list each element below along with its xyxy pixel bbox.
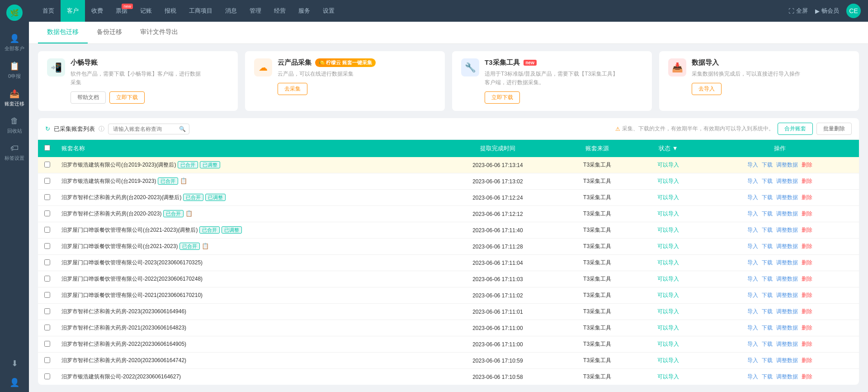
sidebar-item-trash[interactable]: 🗑 回收站: [0, 112, 29, 139]
row-action-调整数据[interactable]: 调整数据: [776, 341, 798, 347]
row-checkbox[interactable]: [44, 178, 50, 184]
row-action-删除[interactable]: 删除: [802, 178, 812, 184]
row-action-调整数据[interactable]: 调整数据: [776, 178, 798, 184]
tab-backup-migration[interactable]: 备份迁移: [88, 22, 131, 43]
row-action-下载[interactable]: 下载: [762, 162, 773, 168]
user-avatar[interactable]: CE: [846, 4, 861, 18]
row-checkbox[interactable]: [44, 357, 50, 363]
row-action-删除[interactable]: 删除: [802, 210, 812, 217]
row-checkbox[interactable]: [44, 259, 50, 265]
row-action-删除[interactable]: 删除: [802, 276, 812, 282]
row-action-删除[interactable]: 删除: [802, 259, 812, 266]
row-action-调整数据[interactable]: 调整数据: [776, 227, 798, 233]
tab-data-migration[interactable]: 数据包迁移: [38, 22, 88, 43]
row-action-下载[interactable]: 下载: [762, 194, 773, 201]
nav-message[interactable]: 消息: [219, 0, 243, 22]
batch-delete-button[interactable]: 批量删除: [816, 123, 852, 135]
sidebar-item-all-clients[interactable]: 👤 全部客户: [0, 29, 29, 57]
row-action-导入[interactable]: 导入: [747, 210, 758, 217]
nav-invoice[interactable]: 票据 new: [109, 0, 134, 22]
nav-settings[interactable]: 设置: [316, 0, 341, 22]
row-action-删除[interactable]: 删除: [802, 227, 812, 233]
row-action-导入[interactable]: 导入: [747, 292, 758, 298]
row-checkbox[interactable]: [44, 243, 50, 249]
row-action-调整数据[interactable]: 调整数据: [776, 357, 798, 363]
row-checkbox[interactable]: [44, 162, 50, 167]
select-all-checkbox[interactable]: [44, 145, 50, 151]
row-action-删除[interactable]: 删除: [802, 308, 812, 315]
row-action-调整数据[interactable]: 调整数据: [776, 210, 798, 217]
sidebar-item-zero-report[interactable]: 📋 0申报: [0, 57, 29, 84]
row-action-下载[interactable]: 下载: [762, 325, 773, 331]
row-action-删除[interactable]: 删除: [802, 292, 812, 298]
search-icon[interactable]: 🔍: [179, 126, 186, 132]
row-action-下载[interactable]: 下载: [762, 259, 773, 266]
search-input[interactable]: [113, 126, 176, 132]
row-action-导入[interactable]: 导入: [747, 178, 758, 184]
row-checkbox[interactable]: [44, 194, 50, 200]
row-checkbox[interactable]: [44, 325, 50, 330]
nav-client[interactable]: 客户: [61, 0, 85, 22]
tab-audit-export[interactable]: 审计文件导出: [131, 22, 187, 43]
row-action-导入[interactable]: 导入: [747, 308, 758, 315]
row-action-删除[interactable]: 删除: [802, 341, 812, 347]
fullscreen-button[interactable]: ⛶ 全屏: [788, 7, 808, 15]
nav-tax[interactable]: 报税: [158, 0, 183, 22]
go-collect-button[interactable]: 去采集: [278, 83, 307, 95]
row-action-调整数据[interactable]: 调整数据: [776, 276, 798, 282]
row-action-导入[interactable]: 导入: [747, 259, 758, 266]
row-action-下载[interactable]: 下载: [762, 243, 773, 249]
row-action-下载[interactable]: 下载: [762, 276, 773, 282]
nav-management[interactable]: 管理: [243, 0, 268, 22]
row-checkbox[interactable]: [44, 373, 50, 379]
row-action-下载[interactable]: 下载: [762, 308, 773, 315]
row-action-导入[interactable]: 导入: [747, 227, 758, 233]
row-action-下载[interactable]: 下载: [762, 292, 773, 298]
row-action-导入[interactable]: 导入: [747, 276, 758, 282]
row-action-下载[interactable]: 下载: [762, 357, 773, 363]
t3-download-button[interactable]: 立即下载: [485, 91, 520, 104]
nav-operation[interactable]: 经营: [268, 0, 292, 22]
col-status[interactable]: 状态 ▼: [636, 140, 701, 157]
download-now-button[interactable]: 立即下载: [109, 91, 145, 104]
row-action-导入[interactable]: 导入: [747, 325, 758, 331]
sidebar-item-tag-settings[interactable]: 🏷 标签设置: [0, 139, 29, 166]
row-action-调整数据[interactable]: 调整数据: [776, 308, 798, 315]
member-button[interactable]: ▶ 畅会员: [815, 7, 839, 15]
nav-fee[interactable]: 收费: [85, 0, 109, 22]
row-checkbox[interactable]: [44, 308, 50, 314]
row-action-导入[interactable]: 导入: [747, 162, 758, 168]
nav-service[interactable]: 服务: [292, 0, 316, 22]
row-action-调整数据[interactable]: 调整数据: [776, 259, 798, 266]
row-action-下载[interactable]: 下载: [762, 341, 773, 347]
row-action-调整数据[interactable]: 调整数据: [776, 292, 798, 298]
row-action-调整数据[interactable]: 调整数据: [776, 194, 798, 201]
row-action-导入[interactable]: 导入: [747, 373, 758, 380]
sidebar-item-download[interactable]: ⬇: [8, 354, 21, 373]
row-checkbox[interactable]: [44, 292, 50, 298]
row-action-删除[interactable]: 删除: [802, 325, 812, 331]
row-action-调整数据[interactable]: 调整数据: [776, 325, 798, 331]
row-action-导入[interactable]: 导入: [747, 341, 758, 347]
row-action-删除[interactable]: 删除: [802, 357, 812, 363]
row-checkbox[interactable]: [44, 341, 50, 347]
row-checkbox[interactable]: [44, 276, 50, 282]
row-action-调整数据[interactable]: 调整数据: [776, 243, 798, 249]
merge-accounts-button[interactable]: 合并账套: [778, 123, 813, 135]
row-action-下载[interactable]: 下载: [762, 373, 773, 380]
row-action-删除[interactable]: 删除: [802, 373, 812, 380]
row-action-删除[interactable]: 删除: [802, 243, 812, 249]
refresh-icon[interactable]: ↻: [45, 125, 50, 132]
sidebar-item-account-migration[interactable]: 📤 账套迁移: [0, 84, 29, 112]
row-checkbox[interactable]: [44, 210, 50, 216]
row-action-导入[interactable]: 导入: [747, 194, 758, 201]
row-action-调整数据[interactable]: 调整数据: [776, 373, 798, 380]
row-action-下载[interactable]: 下载: [762, 210, 773, 217]
help-doc-button[interactable]: 帮助文档: [71, 91, 106, 104]
row-checkbox[interactable]: [44, 227, 50, 233]
nav-bookkeeping[interactable]: 记账: [134, 0, 158, 22]
row-action-删除[interactable]: 删除: [802, 162, 812, 168]
row-action-下载[interactable]: 下载: [762, 227, 773, 233]
row-action-导入[interactable]: 导入: [747, 357, 758, 363]
row-action-删除[interactable]: 删除: [802, 194, 812, 201]
